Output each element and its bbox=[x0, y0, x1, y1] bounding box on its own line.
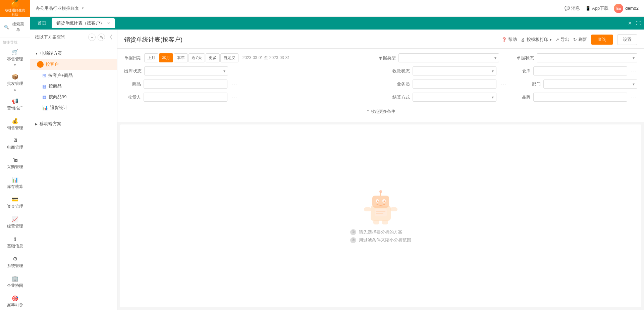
brand-dots-button[interactable]: ··· bbox=[631, 95, 637, 100]
tip-num-1: ① bbox=[350, 229, 356, 235]
search-menu-button[interactable]: 🔍 搜索菜单 bbox=[3, 20, 27, 34]
brand-input[interactable] bbox=[533, 93, 627, 102]
date-btn-last-7-days[interactable]: 近7天 bbox=[189, 53, 205, 62]
receiver-dots-button[interactable]: ··· bbox=[231, 95, 237, 100]
sidebar-item-label: 批发管理 bbox=[7, 81, 23, 87]
add-scheme-button[interactable]: ＋ bbox=[88, 34, 96, 41]
download-icon: 📱 bbox=[585, 6, 591, 11]
basic-icon: ℹ bbox=[14, 236, 16, 242]
date-range-text: 2023-03-01 至 2023-03-31 bbox=[243, 55, 290, 61]
sidebar-item-ecommerce[interactable]: 🖥 电商管理 bbox=[0, 134, 30, 154]
out-status-select-wrapper bbox=[144, 66, 228, 75]
product-input[interactable] bbox=[144, 80, 227, 89]
sidebar-item-label: 电商管理 bbox=[7, 145, 23, 150]
sidebar-item-wholesale[interactable]: 📦 批发管理 ▲ bbox=[0, 70, 30, 95]
order-type-label: 单据类型 bbox=[378, 55, 396, 61]
window-maximize-button[interactable]: ⛶ bbox=[635, 20, 641, 27]
date-range-buttons: 上月 本月 本年 近7天 更多 自定义 bbox=[144, 53, 238, 62]
system-icon: ⚙ bbox=[13, 256, 17, 262]
date-btn-last-month[interactable]: 上月 bbox=[144, 53, 158, 62]
export-link[interactable]: ↗ 导出 bbox=[555, 37, 569, 43]
tree-item-return-stat[interactable]: 📊 退货统计 bbox=[30, 102, 117, 113]
app-name: 畅捷通好生意 bbox=[5, 8, 25, 12]
sidebar-item-label: 新手引导 bbox=[7, 303, 23, 308]
warehouse-dots-button[interactable]: ··· bbox=[631, 68, 637, 74]
tab-home[interactable]: 首页 bbox=[33, 18, 51, 28]
message-button[interactable]: 💬 消息 bbox=[565, 5, 580, 11]
query-button[interactable]: 查询 bbox=[591, 35, 613, 45]
filter-payment-method: 结算方式 bbox=[392, 93, 496, 102]
app-logo[interactable]: 🍊 畅捷通好生意 标版 bbox=[0, 0, 30, 17]
scheme-table-icon: ▦ bbox=[42, 84, 47, 89]
refresh-icon: ↻ bbox=[573, 37, 577, 42]
left-panel: 按以下方案查询 ＋ ✎ 《 ▼ 电脑端方案 按客户 ⊞ 按客户 bbox=[30, 30, 117, 310]
sidebar-item-zero-retail[interactable]: 🛒 零售管理 ▼ bbox=[0, 46, 30, 70]
sidebar-item-marketing[interactable]: 📢 营销推广 bbox=[0, 95, 30, 114]
app-download-button[interactable]: 📱 App下载 bbox=[585, 5, 608, 11]
empty-state: ① 请先选择要分析的方案 ② 用过滤条件来缩小分析范围 bbox=[120, 124, 641, 307]
sidebar-item-inventory[interactable]: 📊 库存核算 bbox=[0, 173, 30, 193]
sidebar-item-system[interactable]: ⚙ 系统管理 bbox=[0, 252, 30, 272]
receiver-input[interactable] bbox=[144, 93, 227, 102]
filter-brand: 品牌 ··· bbox=[514, 93, 637, 102]
tree-desktop-header[interactable]: ▼ 电脑端方案 bbox=[30, 48, 117, 59]
sidebar-item-basic[interactable]: ℹ 基础信息 bbox=[0, 232, 30, 252]
tree-item-label: 按客户+商品 bbox=[48, 72, 73, 79]
refresh-link[interactable]: ↻ 刷新 bbox=[573, 37, 587, 43]
scheme-grid-icon: ⊞ bbox=[42, 73, 46, 78]
tip-num-2: ② bbox=[350, 237, 356, 243]
warehouse-input[interactable] bbox=[533, 66, 627, 75]
date-btn-custom[interactable]: 自定义 bbox=[220, 53, 238, 62]
settings-button[interactable]: 设置 bbox=[617, 34, 637, 45]
tree-item-by-product[interactable]: ▦ 按商品 bbox=[30, 81, 117, 92]
sidebar-item-enterprise[interactable]: 🏢 企业协同 bbox=[0, 272, 30, 292]
collapse-panel-button[interactable]: 《 bbox=[107, 34, 112, 41]
empty-tips: ① 请先选择要分析的方案 ② 用过滤条件来缩小分析范围 bbox=[350, 229, 411, 243]
collapse-more-button[interactable]: ⌃ 收起更多条件 bbox=[124, 106, 637, 117]
tree-item-by-customer-product[interactable]: ⊞ 按客户+商品 bbox=[30, 70, 117, 81]
sidebar-item-newbie[interactable]: 🎯 新手引导 bbox=[0, 292, 30, 310]
chevron-down-icon: ▼ bbox=[13, 63, 17, 67]
department-label: 部门 bbox=[524, 81, 541, 87]
help-link[interactable]: ❓ 帮助 bbox=[501, 37, 517, 43]
template-print-link[interactable]: 🖨 按模板打印 ▾ bbox=[521, 37, 551, 43]
edit-scheme-button[interactable]: ✎ bbox=[98, 34, 105, 41]
salesperson-dots-button[interactable]: ··· bbox=[500, 82, 506, 87]
payment-method-select[interactable] bbox=[413, 93, 496, 102]
tab-home-label: 首页 bbox=[38, 20, 46, 26]
date-btn-current-month[interactable]: 本月 bbox=[159, 53, 173, 62]
filter-product: 商品 ··· bbox=[124, 80, 237, 89]
date-btn-current-year[interactable]: 本年 bbox=[174, 53, 188, 62]
filter-order-type: 单据类型 bbox=[378, 53, 499, 62]
tree-arrow-right-icon: ▶ bbox=[35, 122, 38, 126]
window-close-button[interactable]: ✕ bbox=[627, 20, 633, 27]
filter-payment-status: 收款状态 bbox=[392, 66, 496, 75]
tip-text-2: 用过滤条件来缩小分析范围 bbox=[359, 237, 411, 243]
sidebar-item-sales-mgmt[interactable]: 💰 销售管理 bbox=[0, 114, 30, 134]
zero-retail-icon: 🛒 bbox=[12, 49, 18, 55]
tree-item-by-customer[interactable]: 按客户 bbox=[30, 59, 117, 70]
filter-row-1: 单据日期 上月 本月 本年 近7天 更多 自定义 2023-03-01 至 20… bbox=[124, 53, 637, 62]
payment-status-select[interactable] bbox=[413, 66, 496, 75]
order-type-select[interactable] bbox=[398, 53, 499, 62]
order-status-select[interactable] bbox=[537, 53, 637, 62]
out-status-select[interactable] bbox=[144, 66, 228, 75]
product-dots-button[interactable]: ··· bbox=[231, 82, 237, 87]
date-btn-more[interactable]: 更多 bbox=[206, 53, 220, 62]
filter-row-4: 收货人 ··· 结算方式 bbox=[124, 93, 637, 102]
tree-item-by-product-99[interactable]: ▦ 按商品99 bbox=[30, 92, 117, 102]
tab-close-icon[interactable]: ✕ bbox=[107, 21, 110, 25]
tab-sales-stat[interactable]: 销货单统计表（按客户） ✕ bbox=[52, 18, 115, 28]
sidebar-item-operation[interactable]: 📈 经营管理 bbox=[0, 213, 30, 232]
sidebar-item-label: 库存核算 bbox=[7, 184, 23, 190]
tree-mobile-header[interactable]: ▶ 移动端方案 bbox=[30, 118, 117, 129]
sidebar-item-finance[interactable]: 💳 资金管理 bbox=[0, 193, 30, 213]
salesperson-input[interactable] bbox=[413, 80, 496, 89]
order-status-label: 单据状态 bbox=[517, 55, 534, 61]
svg-point-7 bbox=[379, 190, 382, 193]
department-select[interactable] bbox=[543, 80, 637, 89]
out-status-label: 出库状态 bbox=[124, 68, 142, 74]
message-icon: 💬 bbox=[565, 6, 570, 11]
user-profile[interactable]: Ea demo2 bbox=[614, 4, 639, 13]
sidebar-item-purchase[interactable]: 🛍 采购管理 bbox=[0, 154, 30, 173]
